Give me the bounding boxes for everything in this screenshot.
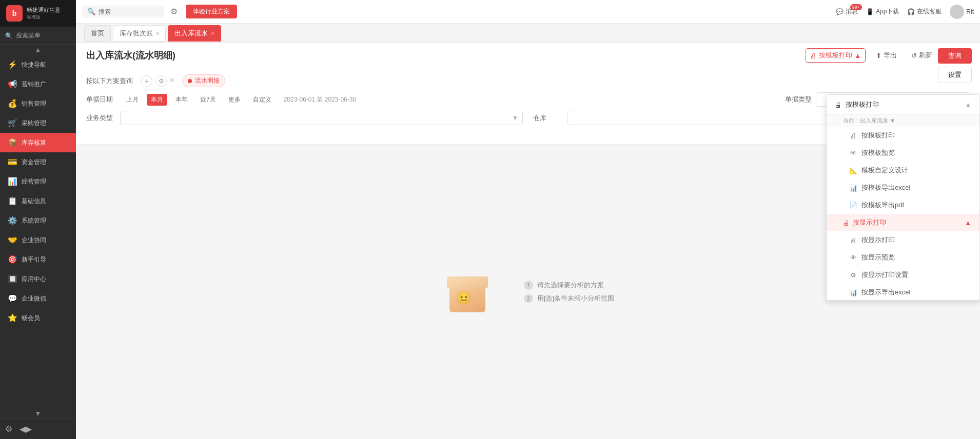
sidebar-scroll-down-btn[interactable]: ▼ (0, 408, 76, 418)
filter-add-btn[interactable]: + (141, 75, 152, 87)
sidebar-item-operation[interactable]: 📊 经营管理 (0, 172, 76, 191)
settings-btn[interactable]: 设置 (938, 67, 972, 83)
date-range-text: 2023-06-01 至 2023-06-30 (284, 95, 356, 104)
template-export-excel-icon: 📊 (849, 184, 857, 192)
message-badge: 99+ (850, 4, 862, 10)
filter-actions: + ⚙ « (141, 75, 174, 87)
refresh-icon: ↺ (911, 52, 917, 59)
template-print-icon: 🖨 (849, 132, 857, 139)
template-preview-label: 按模板预览 (861, 148, 895, 157)
template-export-excel-item[interactable]: 📊 按模板导出excel (827, 179, 979, 196)
enterprise-icon: 🤝 (7, 235, 17, 245)
print-template-btn[interactable]: 🖨 按模板打印 ▲ (806, 48, 866, 63)
filter-gear-btn[interactable]: ⚙ (155, 75, 167, 87)
empty-step-1: 1 请先选择要分析的方案 (524, 281, 614, 290)
header-gear-icon[interactable]: ⚙ (168, 5, 180, 18)
header-right: 💬 消息 99+ 📱 App下载 🎧 在线客服 Rit (836, 5, 974, 19)
template-export-pdf-item[interactable]: 📄 按模板导出pdf (827, 196, 979, 214)
export-btn[interactable]: ⬆ 导出 (872, 49, 901, 62)
sidebar-item-basic[interactable]: 📋 基础信息 (0, 191, 76, 211)
display-section-chevron: ▲ (965, 219, 971, 227)
sidebar-item-purchase[interactable]: 🛒 采购管理 (0, 113, 76, 133)
display-print-section[interactable]: 🖨 按显示打印 ▲ (827, 214, 979, 231)
display-print-item[interactable]: 🖨 按显示打印 (827, 231, 979, 249)
refresh-btn[interactable]: ↺ 刷新 (907, 49, 936, 62)
close-batch-account-tab[interactable]: × (156, 30, 159, 36)
template-preview-item[interactable]: 👁 按模板预览 (827, 144, 979, 162)
tab-home[interactable]: 首页 (84, 25, 111, 42)
sidebar-item-label: 销售管理 (22, 99, 46, 108)
dropdown-current-label: 当前：出入库流水 ▼ (827, 115, 979, 127)
flow-tab-label: 出入库流水 (174, 29, 208, 38)
current-chevron: ▼ (890, 117, 895, 124)
sidebar-item-label: 经营管理 (22, 177, 46, 186)
refresh-label: 刷新 (919, 51, 932, 60)
display-preview-item[interactable]: 👁 按显示预览 (827, 249, 979, 266)
biz-type-dropdown-icon: ▼ (512, 114, 518, 122)
sidebar-item-member[interactable]: ⭐ 畅会员 (0, 308, 76, 328)
online-service-btn[interactable]: 🎧 在线客服 (907, 7, 942, 16)
date-btn-this-month[interactable]: 本月 (147, 94, 167, 106)
tab-bar: 首页 库存批次账 × 出入库流水 × (76, 24, 980, 43)
close-flow-tab[interactable]: × (211, 30, 214, 36)
main-content: 🔍 ⚙ 体验行业方案 💬 消息 99+ 📱 App下载 🎧 在线客服 Rit (76, 0, 980, 439)
dropdown-chevron-up: ▲ (965, 101, 971, 108)
biz-type-select[interactable]: ▼ (120, 111, 523, 125)
sidebar-item-apps[interactable]: 🔲 应用中心 (0, 269, 76, 289)
date-btn-this-year[interactable]: 本年 (171, 94, 192, 106)
user-avatar[interactable]: Rit (950, 5, 974, 19)
sidebar-item-quick-nav[interactable]: ⚡ 快捷导航 (0, 55, 76, 74)
tab-flow[interactable]: 出入库流水 × (168, 25, 221, 42)
sidebar-item-sales[interactable]: 💰 销售管理 (0, 94, 76, 113)
active-filter-chip[interactable]: 流水明细 (182, 74, 225, 87)
sidebar-item-label: 营销推广 (22, 80, 46, 89)
dropdown-header[interactable]: 🖨 按模板打印 ▲ (827, 95, 979, 115)
app-name: 畅捷通好生意 (27, 6, 61, 14)
template-custom-item[interactable]: 📐 模板自定义设计 (827, 162, 979, 179)
template-export-excel-label: 按模板导出excel (861, 183, 910, 192)
industry-btn[interactable]: 体验行业方案 (186, 5, 237, 18)
sidebar-item-label: 系统管理 (22, 216, 46, 225)
display-print-settings-item[interactable]: ⚙ 按显示打印设置 (827, 266, 979, 284)
display-print-settings-label: 按显示打印设置 (861, 270, 908, 280)
template-print-item[interactable]: 🖨 按模板打印 (827, 127, 979, 144)
date-btn-more[interactable]: 更多 (224, 94, 245, 106)
sidebar-item-label: 畅会员 (22, 314, 40, 323)
date-btn-last-month[interactable]: 上月 (122, 94, 143, 106)
template-print-label: 按模板打印 (861, 131, 895, 140)
filter-collapse-arrow-btn[interactable]: « (170, 75, 174, 87)
search-menu-item[interactable]: 🔍 搜索菜单 (0, 27, 76, 45)
message-icon: 💬 (836, 8, 844, 15)
sidebar-item-label: 企业微信 (22, 294, 46, 303)
app-download-btn[interactable]: 📱 App下载 (866, 7, 899, 16)
display-export-excel-item[interactable]: 📊 按显示导出excel (827, 284, 979, 300)
sidebar-item-marketing[interactable]: 📢 营销推广 (0, 74, 76, 94)
filter-title-label: 按以下方案查询 (86, 76, 133, 86)
printer-icon: 🖨 (810, 52, 817, 59)
sidebar-settings-icon[interactable]: ⚙ (5, 424, 12, 434)
template-custom-label: 模板自定义设计 (861, 166, 908, 175)
display-print-item-label: 按显示打印 (861, 235, 895, 245)
sidebar-item-finance[interactable]: 💳 资金管理 (0, 152, 76, 172)
sidebar-item-inventory[interactable]: 📦 库存核算 (0, 133, 76, 152)
biz-type-field: 业务类型 ▼ (86, 111, 523, 125)
sidebar-item-enterprise[interactable]: 🤝 企业协同 (0, 230, 76, 250)
sidebar-item-system[interactable]: ⚙️ 系统管理 (0, 211, 76, 230)
header-search-box[interactable]: 🔍 (82, 6, 164, 17)
sidebar-item-wechat[interactable]: 💬 企业微信 (0, 289, 76, 308)
tab-batch-account[interactable]: 库存批次账 × (113, 25, 166, 42)
sidebar-collapse-icon[interactable]: ◀▶ (19, 424, 32, 434)
sidebar-scroll-up-btn[interactable]: ▲ (0, 45, 76, 55)
date-btn-custom[interactable]: 自定义 (249, 94, 276, 106)
sidebar-item-label: 应用中心 (22, 275, 46, 284)
header-search-input[interactable] (99, 8, 159, 15)
print-chevron-up-icon: ▲ (854, 52, 861, 59)
date-btn-7days[interactable]: 近7天 (196, 94, 220, 106)
sidebar-item-label: 库存核算 (22, 138, 46, 147)
sidebar-item-label: 企业协同 (22, 236, 46, 245)
dropdown-title: 🖨 按模板打印 (835, 100, 879, 109)
message-btn[interactable]: 💬 消息 99+ (836, 7, 858, 16)
sidebar-item-guide[interactable]: 🎯 新手引导 (0, 250, 76, 269)
logo-icon: b (6, 5, 23, 22)
query-btn[interactable]: 查询 (938, 48, 972, 64)
